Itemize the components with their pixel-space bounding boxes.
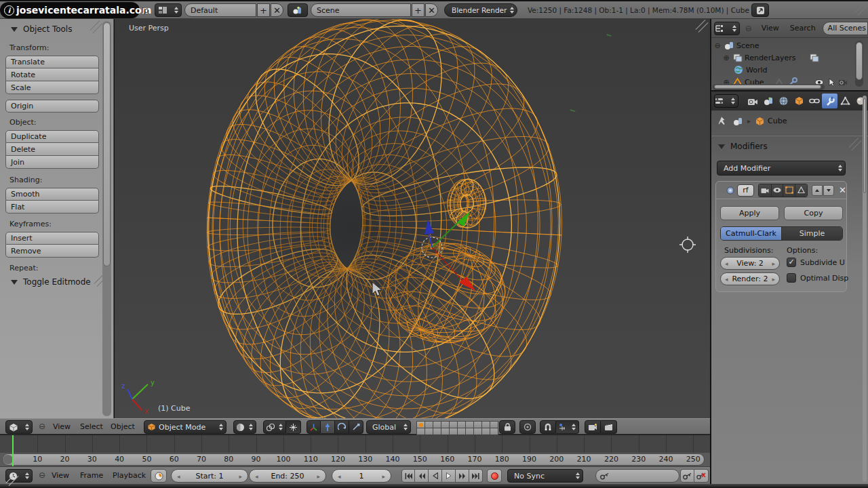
rotate-button[interactable]: Rotate [5, 68, 99, 81]
layer-cell[interactable] [466, 428, 473, 434]
tab-object-data[interactable] [837, 94, 853, 108]
viewport-corner-grip[interactable] [691, 22, 706, 32]
use-preview-range-toggle[interactable] [151, 469, 167, 483]
decrement-arrow[interactable]: ◂ [338, 473, 341, 480]
join-button[interactable]: Join [5, 156, 99, 169]
pin-icon[interactable] [717, 116, 727, 126]
collapse-menus-icon[interactable]: ⊖ [745, 24, 752, 33]
panel-object-tools[interactable]: Object Tools [11, 24, 72, 34]
tab-world[interactable] [776, 94, 791, 108]
increment-arrow[interactable]: ▸ [317, 473, 320, 480]
scene-browse-button[interactable] [288, 3, 308, 17]
snap-toggle[interactable] [540, 420, 556, 434]
manipulator-toggle[interactable] [307, 420, 321, 434]
increment-arrow[interactable]: ▸ [382, 473, 385, 480]
keying-set-field[interactable] [595, 469, 679, 483]
renderable-camera-icon[interactable] [838, 78, 848, 86]
layer-cell[interactable] [482, 428, 490, 434]
play-reverse-button[interactable] [429, 469, 442, 483]
remove-keyframe-button[interactable]: Remove [5, 245, 99, 258]
render-engine-dropdown[interactable]: Blender Render [444, 3, 517, 17]
tab-modifiers[interactable] [822, 94, 837, 108]
timeline-area[interactable] [0, 435, 710, 453]
corner-grip[interactable] [850, 5, 865, 15]
outliner-row-renderlayers[interactable]: ⊕ RenderLayers | [711, 52, 819, 64]
delete-layout-button[interactable]: ✕ [271, 3, 283, 17]
properties-scrollbar[interactable] [863, 96, 867, 482]
collapse-menus-icon[interactable]: ⊖ [39, 470, 45, 480]
duplicate-window-button[interactable] [751, 3, 769, 17]
help-menu-partial[interactable]: lp [142, 6, 149, 15]
rotate-manipulator[interactable] [335, 420, 349, 434]
copy-button[interactable]: Copy [784, 206, 843, 220]
select-menu[interactable]: Select [80, 422, 103, 431]
render-visibility-toggle[interactable] [759, 184, 771, 197]
subdivide-uv-checkbox[interactable]: ✓ [787, 258, 796, 267]
collapse-menus-icon[interactable]: ⊖ [39, 422, 45, 431]
current-frame-playhead[interactable] [12, 435, 14, 466]
layer-cell[interactable] [441, 428, 449, 434]
jump-to-end-button[interactable] [469, 469, 483, 483]
layer-cell[interactable] [441, 422, 449, 428]
layer-cell[interactable] [433, 422, 441, 428]
tab-render-layers[interactable] [761, 94, 776, 108]
increment-arrow[interactable]: ▸ [239, 473, 242, 480]
tab-render[interactable] [745, 94, 761, 108]
layer-cell[interactable] [433, 428, 441, 434]
catmull-clark-option[interactable]: Catmull-Clark [721, 227, 781, 240]
outliner-menu-view[interactable]: View [762, 24, 779, 33]
layer-cell[interactable] [482, 422, 490, 428]
view3d-editor-type[interactable] [5, 420, 33, 434]
origin-button[interactable]: Origin [5, 100, 99, 113]
modifier-name-field[interactable]: rf [737, 184, 754, 197]
layer-cell[interactable] [417, 422, 425, 428]
manipulate-centers-toggle[interactable] [286, 420, 301, 434]
outliner-menu-search[interactable]: Search [790, 24, 816, 33]
flat-button[interactable]: Flat [5, 201, 99, 214]
delete-scene-button[interactable]: ✕ [425, 3, 438, 17]
layer-cell[interactable] [490, 422, 498, 428]
translate-button[interactable]: Translate [5, 56, 99, 68]
add-layout-button[interactable]: + [257, 3, 270, 17]
cube-mini-icon[interactable] [755, 117, 765, 126]
lock-to-scene-toggle[interactable] [499, 420, 515, 434]
mode-dropdown[interactable]: Object Mode [144, 420, 226, 434]
panel-toggle-editmode[interactable]: Toggle Editmode [11, 277, 91, 287]
ruler-scrollbar[interactable] [2, 453, 705, 466]
viewport-visibility-toggle[interactable] [771, 184, 783, 197]
layer-cell[interactable] [490, 428, 498, 434]
apply-button[interactable]: Apply [720, 206, 779, 220]
view-subdivisions-field[interactable]: ◂ View: 2 ▸ [720, 257, 780, 270]
panel-grip[interactable] [85, 23, 100, 33]
outliner-vscrollbar[interactable] [855, 41, 863, 87]
timeline-view-menu[interactable]: View [52, 471, 69, 480]
layer-cell[interactable] [450, 428, 457, 434]
render-animation-button[interactable] [601, 420, 617, 434]
sync-mode-dropdown[interactable]: No Sync [507, 469, 583, 483]
scale-manipulator[interactable] [349, 420, 363, 434]
start-frame-field[interactable]: ◂ Start: 1 ▸ [171, 469, 248, 483]
remove-modifier-button[interactable]: ✕ [839, 185, 846, 195]
layer-cell[interactable] [417, 428, 425, 434]
render-opengl-button[interactable] [585, 420, 601, 434]
scene-name-field[interactable]: Scene [311, 3, 411, 17]
tab-object[interactable] [791, 94, 807, 108]
jump-to-start-button[interactable] [401, 469, 415, 483]
layer-grid-right[interactable] [457, 421, 498, 435]
outliner-row-world[interactable]: World [711, 64, 768, 76]
decrement-arrow[interactable]: ◂ [725, 276, 728, 283]
delete-keyframe-button[interactable] [694, 469, 709, 483]
tab-constraints[interactable] [806, 94, 822, 108]
editor-type-selector[interactable] [155, 3, 182, 17]
timeline-playback-menu[interactable]: Playback [113, 471, 146, 480]
properties-editor-type[interactable] [714, 94, 738, 108]
layer-cell[interactable] [466, 422, 473, 428]
scene-mini-icon[interactable] [732, 117, 743, 126]
smooth-button[interactable]: Smooth [5, 188, 99, 201]
duplicate-button[interactable]: Duplicate [5, 130, 99, 143]
viewport-3d[interactable]: yxz User Persp (1) Cube [115, 19, 710, 418]
increment-arrow[interactable]: ▸ [772, 276, 775, 283]
optimal-display-checkbox[interactable] [787, 273, 796, 283]
toolshelf-scrollbar[interactable] [102, 21, 111, 416]
move-up-button[interactable] [812, 185, 823, 196]
